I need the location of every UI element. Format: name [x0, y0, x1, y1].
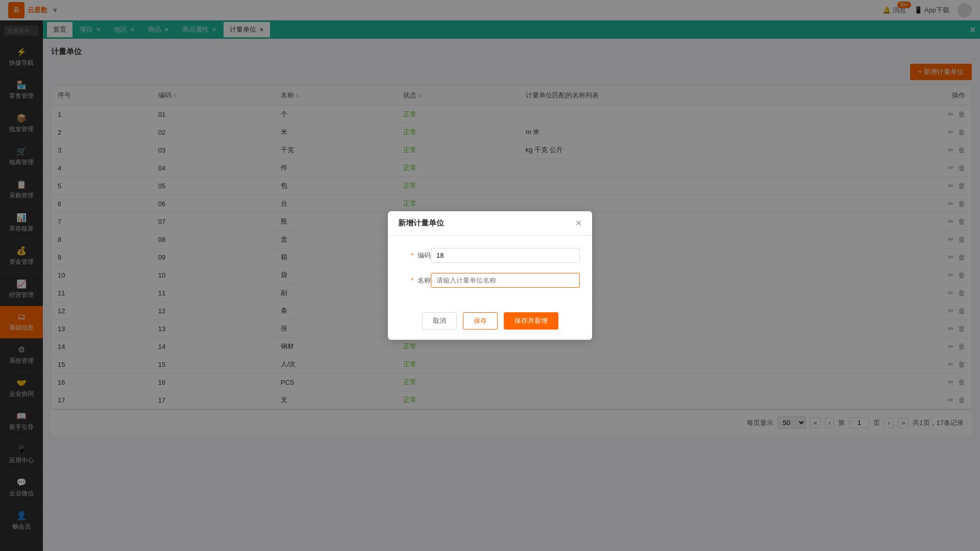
modal-overlay: 新增计量单位 ✕ * 编码 * 名称 取消 保存 保存并新增 [0, 0, 980, 551]
save-button[interactable]: 保存 [463, 312, 498, 330]
name-label: * 名称 [400, 276, 431, 285]
code-required-mark: * [411, 252, 413, 259]
modal-body: * 编码 * 名称 [388, 236, 592, 306]
name-form-item: * 名称 [400, 273, 580, 288]
add-unit-modal: 新增计量单位 ✕ * 编码 * 名称 取消 保存 保存并新增 [388, 211, 592, 340]
modal-title: 新增计量单位 [398, 218, 444, 228]
name-required-mark: * [411, 277, 413, 284]
code-form-item: * 编码 [400, 248, 580, 263]
code-label-text: 编码 [418, 252, 431, 259]
name-label-text: 名称 [418, 277, 431, 284]
cancel-button[interactable]: 取消 [422, 312, 457, 330]
code-label: * 编码 [400, 251, 431, 260]
save-and-new-button[interactable]: 保存并新增 [504, 312, 558, 330]
modal-close-button[interactable]: ✕ [575, 218, 582, 228]
modal-header: 新增计量单位 ✕ [388, 211, 592, 236]
code-input[interactable] [431, 248, 580, 263]
name-input[interactable] [431, 273, 580, 288]
modal-footer: 取消 保存 保存并新增 [388, 306, 592, 340]
